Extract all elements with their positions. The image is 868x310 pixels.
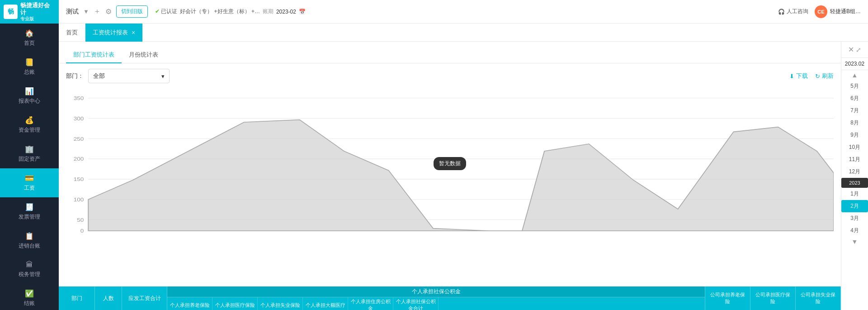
sidebar-label-purchase: 进销台账 [19, 242, 40, 250]
topbar: 测试 ▼ ＋ ⚙ 切到旧版 ✔ 已认证 好会计（专） +好生意（标） +… 账期… [59, 0, 868, 24]
salary-icon: 💳 [25, 174, 34, 182]
tab-salary-report[interactable]: 工资统计报表 × [85, 24, 142, 42]
sidebar-label-salary: 工资 [24, 184, 35, 192]
home-icon: 🏠 [25, 29, 34, 38]
topbar-right: 🎧 人工咨询 CE 轻捷通B组… [778, 5, 861, 18]
table-header-公司承担医疗保险: 公司承担医疗保险 [750, 286, 796, 310]
sub-tab-月份统计表[interactable]: 月份统计表 [122, 47, 165, 63]
topbar-settings-icon[interactable]: ⚙ [105, 7, 112, 16]
toolbar: 部门： 全部 ▾ ⬇ 下载 ↻ 刷新 [59, 63, 841, 89]
month-item-1月[interactable]: 1月 [841, 188, 868, 200]
sidebar-item-purchase[interactable]: 📋 进销台账 [0, 226, 59, 255]
user-menu[interactable]: CE 轻捷通B组… [815, 5, 861, 18]
month-item-11月[interactable]: 11月 [841, 153, 868, 166]
topbar-arrow[interactable]: ▼ [83, 8, 89, 15]
tabs-bar: 首页 工资统计报表 × [59, 24, 868, 42]
tab-close-icon[interactable]: × [132, 29, 135, 36]
table-group-title: 个人承担社保公积金 [167, 286, 705, 297]
sidebar-item-ledger[interactable]: 📒 总账 [0, 52, 59, 81]
month-item-7月[interactable]: 7月 [841, 105, 868, 117]
table-sub-个人承担社保公积金合计: 个人承担社保公积金合计 [393, 297, 439, 310]
month-item-9月[interactable]: 9月 [841, 129, 868, 141]
sidebar-item-report[interactable]: 📊 报表中心 [0, 81, 59, 110]
calendar-icon[interactable]: 📅 [299, 9, 306, 15]
sub-tabs: 部门工资统计表月份统计表 [59, 42, 841, 63]
main-area: 测试 ▼ ＋ ⚙ 切到旧版 ✔ 已认证 好会计（专） +好生意（标） +… 账期… [59, 0, 868, 310]
download-button[interactable]: ⬇ 下载 [789, 72, 808, 80]
tax-icon: 🏛 [26, 261, 33, 269]
svg-text:350: 350 [74, 95, 84, 101]
period-label: 账期 [263, 8, 274, 15]
purchase-icon: 📋 [25, 232, 34, 240]
logo-icon: 畅 [4, 5, 18, 19]
panel-expand-icon[interactable]: ⤢ [856, 46, 861, 53]
table-header-应发工资合计: 应发工资合计 [122, 286, 167, 310]
month-item-2月[interactable]: 2月 [841, 200, 868, 212]
sidebar-item-asset[interactable]: 🏢 固定资产 [0, 139, 59, 168]
month-item-8月[interactable]: 8月 [841, 117, 868, 129]
table-footer: 部门人数应发工资合计个人承担社保公积金个人承担养老保险个人承担医疗保险个人承担失… [59, 286, 841, 310]
certified-badge: ✔ 已认证 [155, 8, 177, 15]
service-button[interactable]: 🎧 人工咨询 [778, 8, 808, 15]
table-header-公司承担养老保险: 公司承担养老保险 [705, 286, 750, 310]
right-panel: ✕ ⤢ 2023.02 ▲ 5月6月7月8月9月10月11月12月20231月2… [841, 42, 868, 310]
panel-up-button[interactable]: ▲ [850, 70, 859, 80]
panel-down-button[interactable]: ▼ [850, 237, 859, 247]
month-item-10月[interactable]: 10月 [841, 141, 868, 153]
sidebar-label-tax: 税务管理 [19, 271, 40, 278]
tab-home[interactable]: 首页 [59, 24, 85, 42]
table-sub-个人承担失业保险: 个人承担失业保险 [258, 297, 303, 310]
right-panel-top: ✕ ⤢ [841, 42, 868, 58]
dept-value: 全部 [93, 72, 105, 80]
month-item-5月[interactable]: 5月 [841, 80, 868, 92]
content-area: 部门工资统计表月份统计表 部门： 全部 ▾ ⬇ 下载 ↻ [59, 42, 868, 310]
sidebar-label-invoice: 发票管理 [19, 213, 40, 221]
month-item-3月[interactable]: 3月 [841, 212, 868, 224]
svg-text:250: 250 [74, 136, 84, 142]
month-list: 5月6月7月8月9月10月11月12月20231月2月3月4月 [841, 80, 868, 237]
capital-icon: 💰 [25, 116, 34, 124]
sidebar-label-report: 报表中心 [19, 97, 40, 105]
sidebar-label-home: 首页 [24, 39, 35, 47]
panel-close-icon[interactable]: ✕ [848, 45, 854, 54]
sub-tab-部门工资统计表[interactable]: 部门工资统计表 [66, 47, 122, 63]
sidebar-item-checkout[interactable]: ✅ 结账 [0, 284, 59, 310]
report-icon: 📊 [25, 87, 34, 95]
sidebar-item-home[interactable]: 🏠 首页 [0, 24, 59, 52]
sidebar-logo: 畅 畅捷通好会计 专业版 [0, 0, 59, 24]
month-item-4月[interactable]: 4月 [841, 224, 868, 237]
refresh-button[interactable]: ↻ 刷新 [815, 72, 834, 80]
topbar-title: 测试 [66, 8, 79, 16]
month-item-6月[interactable]: 6月 [841, 92, 868, 105]
toolbar-left: 部门： 全部 ▾ [66, 69, 170, 83]
svg-text:100: 100 [74, 197, 84, 203]
table-sub-个人承担养老保险: 个人承担养老保险 [167, 297, 212, 310]
table-sub-个人承担医疗保险: 个人承担医疗保险 [212, 297, 258, 310]
sidebar-label-ledger: 总账 [24, 68, 35, 76]
sidebar-item-salary[interactable]: 💳 工资 [0, 168, 59, 197]
period-value: 2023-02 [276, 9, 296, 15]
sidebar-item-capital[interactable]: 💰 资金管理 [0, 110, 59, 139]
chart-area-fill [88, 120, 834, 231]
topbar-add-icon[interactable]: ＋ [94, 7, 101, 16]
switch-version-button[interactable]: 切到旧版 [116, 5, 148, 18]
table-sub-个人承担住房公积金: 个人承担住房公积金 [348, 297, 393, 310]
chart-container: 350 300 250 200 150 100 50 0 暂无数据 [66, 93, 834, 238]
chart-tooltip: 暂无数据 [434, 157, 466, 170]
sidebar-label-asset: 固定资产 [19, 155, 40, 163]
sidebar-item-invoice[interactable]: 🧾 发票管理 [0, 197, 59, 226]
sidebar-item-tax[interactable]: 🏛 税务管理 [0, 255, 59, 284]
table-sub-个人承担大额医疗: 个人承担大额医疗 [303, 297, 348, 310]
content-main: 部门工资统计表月份统计表 部门： 全部 ▾ ⬇ 下载 ↻ [59, 42, 841, 310]
month-item-12月[interactable]: 12月 [841, 166, 868, 178]
refresh-icon: ↻ [815, 73, 820, 80]
checkout-icon: ✅ [25, 289, 34, 298]
logo-sub: 专业版 [20, 16, 55, 22]
sidebar: 畅 畅捷通好会计 专业版 🏠 首页 📒 总账 📊 报表中心 💰 资金管理 🏢 固… [0, 0, 59, 310]
sidebar-label-checkout: 结账 [24, 300, 35, 307]
svg-text:200: 200 [74, 156, 84, 162]
dept-select[interactable]: 全部 ▾ [88, 69, 170, 83]
chart-area: 350 300 250 200 150 100 50 0 暂无数据 [59, 89, 841, 286]
dept-label: 部门： [66, 72, 84, 80]
asset-icon: 🏢 [25, 145, 34, 153]
